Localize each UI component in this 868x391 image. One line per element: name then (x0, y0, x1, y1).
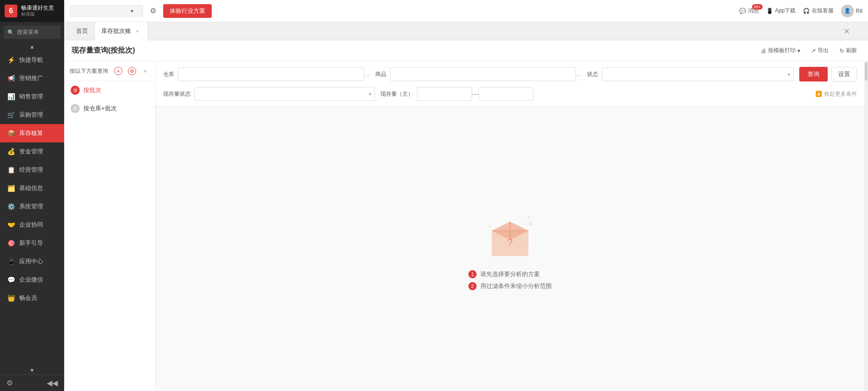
scheme-item-batch[interactable]: 按 按批次 (64, 81, 155, 99)
collapse-filter-label: 收起更多条件 (824, 90, 857, 98)
topbar-right: 💬 消息 99+ 📱 App下载 🎧 在线客服 👤 Rit (739, 5, 863, 17)
sidebar-item-system[interactable]: ⚙️ 系统管理 (0, 197, 64, 216)
sidebar-item-enterprise[interactable]: 🤝 企业协同 (0, 216, 64, 234)
svg-point-5 (529, 223, 532, 225)
sidebar-title-block: 畅康通好生意 标准版 (21, 5, 54, 17)
messages-btn[interactable]: 💬 消息 99+ (739, 7, 759, 15)
trial-btn[interactable]: 体验行业方案 (163, 4, 212, 18)
print-dropdown-icon: ▾ (797, 48, 800, 54)
product-input[interactable] (390, 67, 577, 81)
sidebar-item-operation[interactable]: 📋 经营管理 (0, 161, 64, 179)
export-btn[interactable]: ↗ 导出 (808, 45, 832, 56)
basic-icon: 🗂️ (6, 184, 16, 193)
stock-status-select-wrapper: 有库存 无库存 ▾ (194, 87, 375, 101)
warehouse-more-btn[interactable]: … (364, 71, 370, 77)
user-avatar: 👤 (841, 5, 854, 17)
sidebar-item-appstore[interactable]: 📱 应用中心 (0, 252, 64, 271)
filter-actions: 查询 设置 (799, 67, 857, 81)
scheme-label-wh-batch: 按仓库+批次 (83, 104, 117, 113)
sidebar-item-label: 企业协同 (19, 221, 43, 229)
sidebar-nav: ⚡ 快捷导航 📢 营销推广 📊 销售管理 🛒 采购管理 📦 库存核算 💰 资金管… (0, 51, 64, 366)
operation-icon: 📋 (6, 165, 16, 174)
quicknav-icon: ⚡ (6, 55, 16, 65)
sidebar-item-wechat[interactable]: 💬 企业微信 (0, 271, 64, 289)
app-download-btn[interactable]: 📱 App下载 (766, 7, 796, 15)
sidebar-item-vip[interactable]: 👑 畅会员 (0, 289, 64, 307)
print-btn[interactable]: 🖨 按模板打印 ▾ (757, 45, 804, 56)
sidebar-item-label: 经营管理 (19, 166, 43, 174)
scheme-settings-btn[interactable]: ⚙ (127, 66, 137, 76)
product-more-btn[interactable]: … (576, 71, 582, 77)
sidebar-item-sales[interactable]: 📊 销售管理 (0, 87, 64, 106)
enterprise-icon: 🤝 (6, 220, 16, 229)
tab-close-btn[interactable]: × (134, 27, 141, 35)
sidebar-settings-icon[interactable]: ⚙ (6, 379, 13, 387)
sidebar-item-finance[interactable]: 💰 资金管理 (0, 142, 64, 161)
sidebar-item-label: 畅会员 (19, 294, 37, 302)
empty-illustration: ? (483, 208, 538, 263)
topbar-dropdown-btn[interactable]: ▾ (131, 8, 133, 14)
sidebar-item-label: 资金管理 (19, 147, 43, 156)
product-filter: 商品 … (375, 67, 582, 81)
stock-qty-min-input[interactable] (417, 87, 472, 101)
warehouse-input[interactable] (178, 67, 364, 81)
sidebar-item-marketing[interactable]: 📢 营销推广 (0, 69, 64, 87)
sidebar-item-label: 基础信息 (19, 184, 43, 192)
svg-point-7 (527, 216, 529, 218)
add-scheme-btn[interactable]: + (113, 66, 123, 76)
sidebar-item-label: 新手引导 (19, 239, 43, 247)
svg-text:?: ? (507, 237, 512, 247)
sidebar-item-basic[interactable]: 🗂️ 基础信息 (0, 179, 64, 197)
sales-icon: 📊 (6, 92, 16, 101)
tab-inventory-batch[interactable]: 库存批次账 × (95, 22, 148, 40)
app-download-label: App下载 (775, 7, 796, 15)
print-label: 按模板打印 (768, 47, 796, 54)
topbar-search-input[interactable] (74, 8, 129, 14)
sidebar-item-purchase[interactable]: 🛒 采购管理 (0, 106, 64, 124)
online-service-btn[interactable]: 🎧 在线客服 (803, 7, 834, 15)
right-panel: 仓库 … 商品 … 状态 (156, 61, 864, 391)
headset-icon: 🎧 (803, 8, 810, 14)
scroll-up-btn[interactable]: ▲ (0, 43, 64, 51)
user-profile-btn[interactable]: 👤 Rit (841, 5, 863, 17)
sidebar-item-inventory[interactable]: 📦 库存核算 (0, 124, 64, 142)
tab-inventory-batch-label: 库存批次账 (101, 27, 131, 35)
sidebar: 6 畅康通好生意 标准版 🔍 搜索菜单 ▲ ⚡ 快捷导航 📢 营销推广 📊 销售… (0, 0, 64, 391)
topbar: ▾ ⚙ 体验行业方案 💬 消息 99+ 📱 App下载 🎧 在线客服 👤 Rit (64, 0, 868, 22)
status-select[interactable]: 正常 锁定 (602, 67, 794, 81)
refresh-btn[interactable]: ↻ 刷新 (836, 45, 861, 56)
panel-collapse-btn[interactable]: « (141, 66, 150, 76)
query-btn[interactable]: 查询 (799, 67, 828, 81)
topbar-gear-btn[interactable]: ⚙ (147, 5, 159, 17)
page-header: 现存量查询(按批次) 🖨 按模板打印 ▾ ↗ 导出 ↻ 刷新 (64, 40, 868, 61)
step-1-text: 请先选择要分析的方案 (480, 270, 540, 278)
sidebar-collapse-icon[interactable]: ◀◀ (47, 379, 58, 387)
collapse-icon: « (144, 68, 147, 74)
svg-point-6 (489, 225, 490, 227)
left-panel-title: 按以下方案查询 (70, 67, 108, 75)
appstore-icon: 📱 (6, 257, 16, 266)
content-area: 按以下方案查询 + ⚙ « 按 按批次 (64, 61, 868, 391)
stock-qty-max-input[interactable] (478, 87, 533, 101)
stock-qty-filter: 现存量（主） — (380, 87, 592, 101)
filter-row-2: 现存量状态 有库存 无库存 ▾ 现存量（主） (163, 87, 857, 101)
stock-qty-label: 现存量（主） (380, 90, 413, 98)
panel-close-btn[interactable]: ✕ (844, 27, 850, 35)
phone-icon: 📱 (766, 8, 773, 14)
sidebar-search[interactable]: 🔍 搜索菜单 (4, 26, 60, 39)
stock-status-select[interactable]: 有库存 无库存 (194, 87, 375, 101)
tab-home-label: 首页 (76, 27, 88, 35)
refresh-label: 刷新 (846, 47, 857, 54)
sidebar-item-guide[interactable]: 🎯 新手引导 (0, 234, 64, 252)
scheme-item-warehouse-batch[interactable]: 按 按仓库+批次 (64, 99, 155, 118)
empty-svg-illustration: ? (483, 208, 538, 263)
scroll-down-btn[interactable]: ▼ (0, 366, 64, 375)
collapse-filter-btn[interactable]: 🔼 收起更多条件 (815, 90, 857, 98)
scroll-up-icon: ▲ (29, 43, 35, 50)
right-scrollbar[interactable] (864, 61, 868, 391)
sidebar-item-quicknav[interactable]: ⚡ 快捷导航 (0, 51, 64, 69)
scroll-down-icon: ▼ (29, 367, 35, 374)
stock-qty-dash: — (472, 90, 478, 98)
filter-settings-btn[interactable]: 设置 (831, 67, 857, 81)
tab-home[interactable]: 首页 (70, 22, 95, 40)
